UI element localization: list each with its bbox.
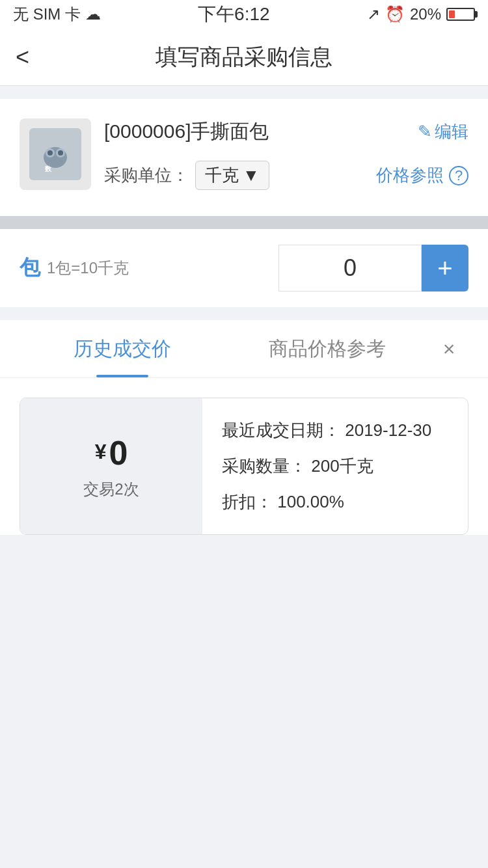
currency-symbol: ¥ bbox=[95, 440, 107, 464]
svg-point-4 bbox=[58, 150, 63, 156]
bottom-panel: 历史成交价 商品价格参考 × ¥ 0 交易2次 最近成交日期： 2019-12-… bbox=[0, 320, 488, 535]
status-bar: 无 SIM 卡 ☁ 下午6:12 ↗ ⏰ 20% bbox=[0, 0, 488, 29]
status-right: ↗ ⏰ 20% bbox=[367, 5, 475, 23]
page-title: 填写商品采购信息 bbox=[156, 42, 332, 72]
trade-card-right: 最近成交日期： 2019-12-30 采购数量： 200千克 折扣： 100.0… bbox=[202, 398, 468, 534]
product-header: 数 [0000006]手撕面包 ✎ 编辑 采购单位： 千克 bbox=[20, 118, 468, 190]
svg-text:数: 数 bbox=[44, 165, 52, 172]
quantity-unit: 包 1包=10千克 bbox=[20, 254, 129, 282]
trade-card: ¥ 0 交易2次 最近成交日期： 2019-12-30 采购数量： 200千克 … bbox=[20, 398, 468, 535]
trade-price-value: 0 bbox=[109, 433, 128, 472]
info-icon: ? bbox=[449, 166, 468, 185]
product-name-row: [0000006]手撕面包 ✎ 编辑 bbox=[104, 118, 468, 145]
battery-icon bbox=[446, 8, 475, 21]
price-ref-button[interactable]: 价格参照 ? bbox=[376, 164, 468, 187]
unit-select[interactable]: 千克 ▼ bbox=[195, 161, 269, 190]
edit-label: 编辑 bbox=[435, 120, 468, 143]
sim-status: 无 SIM 卡 ☁ bbox=[13, 4, 101, 25]
price-ref-label: 价格参照 bbox=[376, 164, 444, 187]
svg-point-3 bbox=[47, 150, 53, 156]
product-info: [0000006]手撕面包 ✎ 编辑 采购单位： 千克 ▼ bbox=[104, 118, 468, 190]
trade-date-row: 最近成交日期： 2019-12-30 bbox=[222, 418, 448, 443]
recent-date-value: 2019-12-30 bbox=[345, 420, 431, 440]
tab-close-button[interactable]: × bbox=[429, 320, 468, 377]
battery-text: 20% bbox=[410, 5, 441, 23]
unit-small-label: 1包=10千克 bbox=[47, 258, 129, 278]
quantity-value: 200千克 bbox=[311, 456, 373, 476]
alarm-icon: ⏰ bbox=[385, 5, 405, 23]
nav-bar: < 填写商品采购信息 bbox=[0, 29, 488, 86]
trade-count: 交易2次 bbox=[83, 479, 139, 500]
product-image: 数 bbox=[20, 118, 91, 190]
unit-value: 千克 bbox=[205, 164, 239, 187]
unit-big-label: 包 bbox=[20, 254, 40, 282]
chevron-down-icon: ▼ bbox=[243, 165, 260, 185]
quantity-label: 采购数量： bbox=[222, 456, 306, 476]
tab-bar: 历史成交价 商品价格参考 × bbox=[0, 320, 488, 378]
trade-discount-row: 折扣： 100.00% bbox=[222, 489, 448, 515]
page: 无 SIM 卡 ☁ 下午6:12 ↗ ⏰ 20% < 填写商品采购信息 bbox=[0, 0, 488, 868]
unit-row: 采购单位： 千克 ▼ 价格参照 ? bbox=[104, 161, 468, 190]
divider-bar bbox=[0, 216, 488, 229]
trade-card-left: ¥ 0 交易2次 bbox=[20, 398, 202, 534]
back-button[interactable]: < bbox=[16, 44, 29, 71]
product-card: 数 [0000006]手撕面包 ✎ 编辑 采购单位： 千克 bbox=[0, 99, 488, 216]
product-name: [0000006]手撕面包 bbox=[104, 118, 269, 145]
trade-price: ¥ 0 bbox=[95, 433, 128, 472]
edit-icon: ✎ bbox=[418, 122, 432, 142]
edit-button[interactable]: ✎ 编辑 bbox=[418, 120, 468, 143]
tab-history-price[interactable]: 历史成交价 bbox=[20, 320, 224, 377]
quantity-input-group: + bbox=[278, 245, 468, 292]
status-time: 下午6:12 bbox=[198, 2, 270, 27]
product-logo-icon: 数 bbox=[36, 135, 75, 174]
tab-product-price[interactable]: 商品价格参考 bbox=[224, 320, 429, 377]
quantity-input[interactable] bbox=[278, 245, 422, 292]
discount-value: 100.00% bbox=[277, 492, 344, 511]
quantity-plus-button[interactable]: + bbox=[422, 245, 468, 292]
quantity-row: 包 1包=10千克 + bbox=[0, 229, 488, 307]
location-icon: ↗ bbox=[367, 5, 380, 23]
unit-label: 采购单位： bbox=[104, 164, 189, 187]
recent-date-label: 最近成交日期： bbox=[222, 420, 340, 440]
discount-label: 折扣： bbox=[222, 492, 273, 511]
status-left: 无 SIM 卡 ☁ bbox=[13, 4, 101, 25]
trade-quantity-row: 采购数量： 200千克 bbox=[222, 454, 448, 479]
product-thumbnail: 数 bbox=[29, 128, 81, 180]
